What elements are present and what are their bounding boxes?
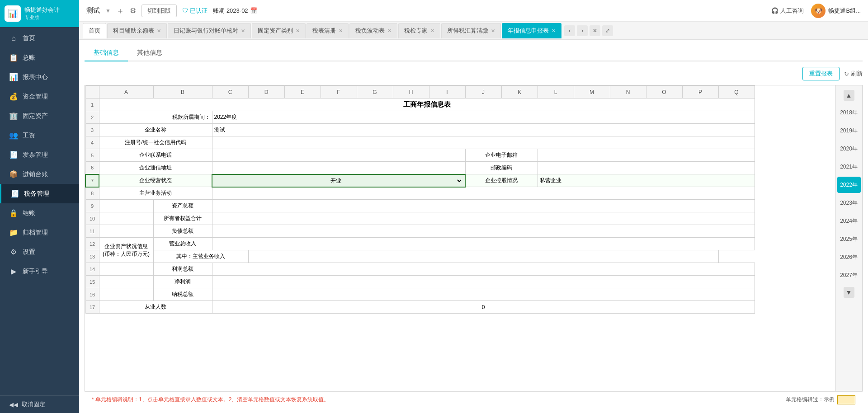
year-item-2027年[interactable]: 2027年 xyxy=(837,267,861,283)
tab-close-icon[interactable]: ✕ xyxy=(387,28,392,34)
year-item-2024年[interactable]: 2024年 xyxy=(837,213,861,229)
col-header-O: O xyxy=(646,86,682,99)
subtab-other[interactable]: 其他信息 xyxy=(128,45,171,61)
sheet-cell[interactable] xyxy=(538,162,755,174)
year-item-2019年[interactable]: 2019年 xyxy=(837,122,861,139)
col-header-K: K xyxy=(501,86,538,99)
sheet-cell xyxy=(99,200,153,212)
cell-7-operating-status[interactable]: 开业注销吊销迁出撤销 xyxy=(212,174,465,187)
row-num-13: 13 xyxy=(85,250,99,263)
tab-close-icon[interactable]: ✕ xyxy=(296,28,300,34)
subtab-bar: 基础信息其他信息 xyxy=(85,45,863,61)
sheet-cell[interactable] xyxy=(248,250,718,263)
tab-tax-return[interactable]: 税表清册✕ xyxy=(307,23,349,38)
cell-2-value[interactable]: 2022年度 xyxy=(212,111,755,124)
sidebar-item-ledger[interactable]: 📋总账 xyxy=(0,48,79,67)
tab-close-icon[interactable]: ✕ xyxy=(241,28,245,34)
subtab-basic[interactable]: 基础信息 xyxy=(85,45,128,61)
sheet-cell[interactable] xyxy=(212,263,755,276)
tab-annual-report[interactable]: 年报信息申报表✕ xyxy=(502,23,561,38)
payroll-icon: 👥 xyxy=(9,131,18,140)
col-header-M: M xyxy=(574,86,610,99)
sidebar-item-assets[interactable]: 🏢固定资产 xyxy=(0,106,79,126)
sheet-cell: 主营业务活动 xyxy=(99,187,212,200)
tabbar: 首页科目辅助余额表✕日记账与银行对账单核对✕固定资产类别✕税表清册✕税负波动表✕… xyxy=(79,22,868,40)
tab-label: 所得税汇算清缴 xyxy=(447,27,488,35)
tab-next-btn[interactable]: › xyxy=(577,25,588,36)
tab-close-icon[interactable]: ✕ xyxy=(430,28,434,34)
topbar-right: 🎧 人工咨询 🐶 畅捷通B组... xyxy=(771,4,861,18)
sidebar-collapse-btn[interactable]: ◀◀ 取消固定 xyxy=(0,395,79,413)
service-btn[interactable]: 🎧 人工咨询 xyxy=(771,7,804,15)
tab-tax-change[interactable]: 税负波动表✕ xyxy=(349,23,397,38)
sheet-cell[interactable] xyxy=(212,225,755,238)
tab-journal-bank[interactable]: 日记账与银行对账单核对✕ xyxy=(168,23,251,38)
year-item-2018年[interactable]: 2018年 xyxy=(837,104,861,121)
tab-close-icon[interactable]: ✕ xyxy=(491,28,495,34)
example-color-box xyxy=(837,395,855,404)
tab-income-tax[interactable]: 所得税汇算清缴✕ xyxy=(441,23,501,38)
user-menu[interactable]: 🐶 畅捷通B组... xyxy=(811,4,861,18)
cell-17-value[interactable]: 0 xyxy=(212,301,755,314)
sheet-cell: 营业总收入 xyxy=(153,238,212,250)
year-item-2020年[interactable]: 2020年 xyxy=(837,141,861,157)
sheet-cell[interactable] xyxy=(212,136,755,149)
year-item-2023年[interactable]: 2023年 xyxy=(837,195,861,211)
sheet-cell[interactable] xyxy=(212,200,755,212)
tab-prev-btn[interactable]: ‹ xyxy=(564,25,575,36)
sidebar-item-funds[interactable]: 💰资金管理 xyxy=(0,87,79,106)
sidebar-item-archive[interactable]: 📁归档管理 xyxy=(0,223,79,242)
year-nav-bottom: ▼ xyxy=(843,284,855,300)
spreadsheet-main[interactable]: ABCDEFGHIJKLMNOPQ 1工商年报信息表2税款所属期间：2022年度… xyxy=(85,85,835,391)
sidebar-item-invoice[interactable]: 🧾发票管理 xyxy=(0,145,79,164)
row-num-16: 16 xyxy=(85,288,99,301)
sheet-cell xyxy=(99,288,153,301)
sheet-cell[interactable] xyxy=(212,276,755,288)
ledger-icon: 📋 xyxy=(9,53,18,62)
year-item-2021年[interactable]: 2021年 xyxy=(837,159,861,175)
tab-aux-balance[interactable]: 科目辅助余额表✕ xyxy=(107,23,167,38)
sheet-cell[interactable]: 私营企业 xyxy=(538,174,755,187)
sheet-cell[interactable] xyxy=(212,238,755,250)
year-up-btn[interactable]: ▲ xyxy=(844,90,854,101)
refresh-icon: ↻ xyxy=(844,70,849,77)
tab-nav: ‹ › ✕ ⤢ xyxy=(564,25,613,36)
sidebar-item-tax[interactable]: 🧾税务管理 xyxy=(0,184,79,203)
reset-report-btn[interactable]: 重置报表 xyxy=(802,67,840,80)
refresh-btn[interactable]: ↻ 刷新 xyxy=(844,67,863,80)
topbar-add-btn[interactable]: ＋ xyxy=(116,7,124,15)
tab-close-icon[interactable]: ✕ xyxy=(157,28,161,34)
bottombar-hint: * 单元格编辑说明：1、点击单元格直接录入数值或文本。2、清空单元格数值或文本恢… xyxy=(92,396,329,404)
year-item-2022年[interactable]: 2022年 xyxy=(837,177,861,193)
tab-home[interactable]: 首页 xyxy=(83,23,106,38)
sheet-cell[interactable]: 测试 xyxy=(212,124,755,136)
tab-tax-expert[interactable]: 税检专家✕ xyxy=(398,23,440,38)
tab-fixed-assets[interactable]: 固定资产类别✕ xyxy=(252,23,306,38)
year-item-2025年[interactable]: 2025年 xyxy=(837,231,861,247)
calendar-icon[interactable]: 📅 xyxy=(250,7,257,14)
tab-close-all-btn[interactable]: ✕ xyxy=(590,25,600,36)
year-item-2026年[interactable]: 2026年 xyxy=(837,249,861,265)
topbar-settings-icon[interactable]: ⚙ xyxy=(130,6,136,15)
operating-status-select[interactable]: 开业注销吊销迁出撤销 xyxy=(214,177,463,184)
sidebar-item-home[interactable]: ⌂首页 xyxy=(0,29,79,48)
sidebar-item-label: 发票管理 xyxy=(23,151,48,159)
sidebar-item-payroll[interactable]: 👥工资 xyxy=(0,126,79,145)
sidebar-item-guide[interactable]: ▶新手引导 xyxy=(0,262,79,281)
sheet-cell[interactable] xyxy=(212,149,465,162)
sidebar-item-close[interactable]: 🔒结账 xyxy=(0,203,79,223)
switch-version-btn[interactable]: 切到旧版 xyxy=(142,5,177,17)
sidebar-item-reports[interactable]: 📊报表中心 xyxy=(0,67,79,87)
sidebar-item-settings[interactable]: ⚙设置 xyxy=(0,242,79,262)
tab-close-icon[interactable]: ✕ xyxy=(339,28,343,34)
sidebar-item-stock[interactable]: 📦进销台账 xyxy=(0,164,79,184)
sheet-cell[interactable] xyxy=(212,187,755,200)
sheet-cell[interactable] xyxy=(538,149,755,162)
sheet-cell[interactable] xyxy=(212,288,755,301)
sheet-cell[interactable] xyxy=(212,212,755,225)
tab-close-icon[interactable]: ✕ xyxy=(552,28,556,34)
year-down-btn[interactable]: ▼ xyxy=(844,287,854,298)
tab-expand-btn[interactable]: ⤢ xyxy=(602,25,613,36)
topbar-dropdown-arrow[interactable]: ▼ xyxy=(105,8,111,14)
sheet-cell[interactable] xyxy=(212,162,465,174)
